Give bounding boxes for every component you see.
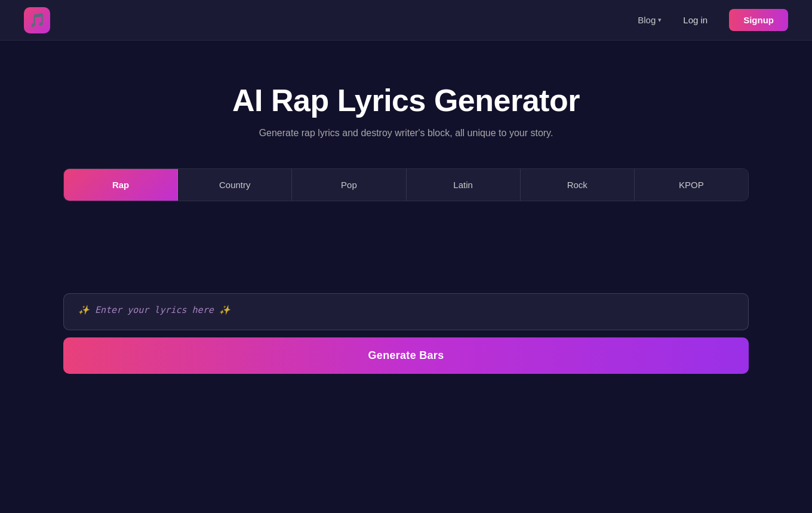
logo[interactable]: 🎵 bbox=[24, 7, 50, 33]
signup-button[interactable]: Signup bbox=[729, 9, 788, 31]
main-content: AI Rap Lyrics Generator Generate rap lyr… bbox=[0, 41, 812, 374]
genre-tab-rock[interactable]: Rock bbox=[521, 169, 635, 201]
genre-tab-latin[interactable]: Latin bbox=[407, 169, 521, 201]
generate-bars-button[interactable]: Generate Bars bbox=[63, 337, 749, 374]
genre-tab-country[interactable]: Country bbox=[178, 169, 292, 201]
hero-subtitle: Generate rap lyrics and destroy writer's… bbox=[259, 128, 553, 139]
content-area bbox=[63, 201, 749, 291]
logo-icon: 🎵 bbox=[24, 7, 50, 33]
blog-label: Blog bbox=[638, 15, 656, 25]
navbar: 🎵 Blog ▾ Log in Signup bbox=[0, 0, 812, 41]
genre-tabs: RapCountryPopLatinRockKPOP bbox=[63, 168, 749, 201]
genre-tab-rap[interactable]: Rap bbox=[64, 169, 178, 201]
page-title: AI Rap Lyrics Generator bbox=[232, 82, 580, 118]
login-button[interactable]: Log in bbox=[673, 10, 717, 30]
nav-right: Blog ▾ Log in Signup bbox=[638, 9, 788, 31]
genre-tab-pop[interactable]: Pop bbox=[292, 169, 406, 201]
lyrics-input[interactable] bbox=[64, 294, 748, 327]
genre-tab-kpop[interactable]: KPOP bbox=[635, 169, 748, 201]
lyrics-input-wrapper bbox=[63, 293, 749, 330]
blog-menu[interactable]: Blog ▾ bbox=[638, 15, 662, 25]
chevron-down-icon: ▾ bbox=[658, 16, 662, 24]
